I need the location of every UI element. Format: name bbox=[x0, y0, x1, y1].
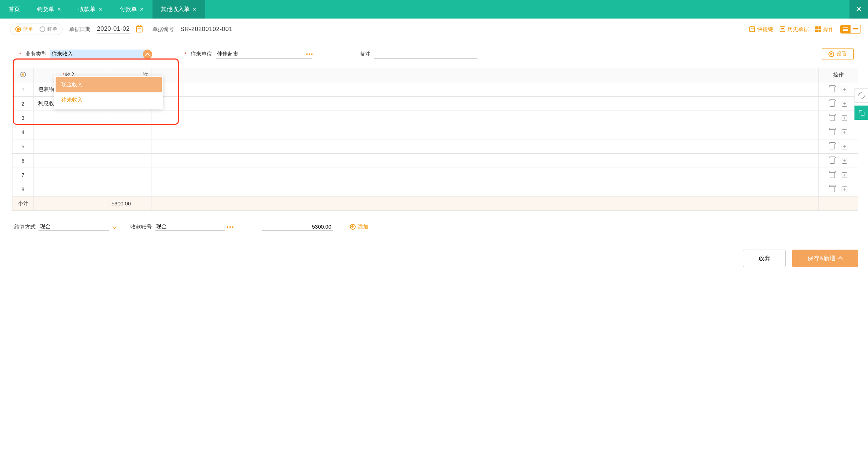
delete-row-button[interactable] bbox=[829, 100, 836, 107]
view-card-button[interactable] bbox=[851, 25, 861, 33]
row-c2[interactable] bbox=[105, 168, 151, 182]
row-c2[interactable] bbox=[105, 125, 151, 139]
table-row[interactable]: 6 bbox=[12, 154, 858, 168]
row-c1[interactable] bbox=[34, 125, 105, 139]
row-c2[interactable] bbox=[105, 111, 151, 125]
expand-button[interactable] bbox=[854, 106, 868, 120]
doc-type-radio-group: 蓝单 红单 bbox=[10, 24, 63, 35]
row-c3[interactable] bbox=[151, 82, 819, 97]
row-c2[interactable] bbox=[105, 182, 151, 196]
row-index: 2 bbox=[12, 97, 34, 111]
trash-icon bbox=[830, 158, 835, 164]
remark-field: 备注 bbox=[360, 50, 477, 59]
document-sheet: 蓝单 红单 单据日期 2020-01-02 单据编号 SR-20200102-0… bbox=[0, 19, 868, 243]
row-c3[interactable] bbox=[151, 97, 819, 111]
row-index: 3 bbox=[12, 111, 34, 125]
chevron-down-icon[interactable] bbox=[112, 224, 117, 229]
add-icon bbox=[842, 186, 847, 192]
row-c1[interactable] bbox=[34, 154, 105, 168]
delete-row-button[interactable] bbox=[829, 186, 836, 193]
chevron-up-icon bbox=[838, 256, 843, 261]
ops-link[interactable]: 操作 bbox=[815, 26, 834, 33]
trash-icon bbox=[830, 101, 835, 107]
row-index: 7 bbox=[12, 168, 34, 182]
insert-row-button[interactable] bbox=[841, 157, 848, 164]
insert-row-button[interactable] bbox=[841, 186, 848, 193]
biz-type-dropdown: 现金收入 往来收入 bbox=[54, 76, 163, 109]
delete-row-button[interactable] bbox=[829, 86, 836, 93]
chevron-up-icon[interactable] bbox=[143, 50, 152, 59]
table-settings-header[interactable] bbox=[12, 68, 34, 82]
col-ops: 操作 bbox=[819, 68, 858, 82]
insert-row-button[interactable] bbox=[841, 114, 848, 122]
row-c2[interactable] bbox=[105, 154, 151, 168]
close-panel-button[interactable]: ✕ bbox=[849, 0, 868, 19]
radio-blue[interactable]: 蓝单 bbox=[15, 26, 33, 32]
plus-icon bbox=[350, 224, 356, 230]
row-c3[interactable] bbox=[151, 154, 819, 168]
settle-input[interactable] bbox=[38, 223, 109, 231]
radio-red[interactable]: 红单 bbox=[40, 26, 57, 32]
settings-button[interactable]: 设置 bbox=[822, 48, 854, 60]
more-icon[interactable]: ••• bbox=[227, 224, 234, 230]
calendar-icon[interactable] bbox=[136, 26, 143, 32]
remark-input[interactable] bbox=[374, 50, 477, 59]
row-c3[interactable] bbox=[151, 111, 819, 125]
history-link[interactable]: 历史单据 bbox=[780, 26, 809, 33]
table-row[interactable]: 3 bbox=[12, 111, 858, 125]
table-row[interactable]: 7 bbox=[12, 168, 858, 182]
shortcut-link[interactable]: 快捷键 bbox=[749, 26, 773, 33]
delete-row-button[interactable] bbox=[829, 172, 836, 179]
insert-row-button[interactable] bbox=[841, 172, 848, 179]
row-c1[interactable] bbox=[34, 139, 105, 154]
table-row[interactable]: 8 bbox=[12, 182, 858, 196]
tab-sales[interactable]: 销货单✕ bbox=[29, 0, 70, 19]
row-c3[interactable] bbox=[151, 168, 819, 182]
row-c3[interactable] bbox=[151, 182, 819, 196]
delete-row-button[interactable] bbox=[829, 143, 836, 150]
dropdown-option-ar[interactable]: 往来收入 bbox=[56, 92, 162, 108]
close-icon[interactable]: ✕ bbox=[140, 6, 144, 12]
insert-row-button[interactable] bbox=[841, 129, 848, 136]
add-icon bbox=[842, 129, 847, 135]
insert-row-button[interactable] bbox=[841, 86, 848, 93]
docno-value: SR-20200102-001 bbox=[180, 26, 232, 33]
close-icon[interactable]: ✕ bbox=[192, 6, 197, 12]
biz-type-input[interactable] bbox=[50, 50, 150, 59]
table-row[interactable]: 4 bbox=[12, 125, 858, 139]
row-c2[interactable] bbox=[105, 139, 151, 154]
more-icon[interactable]: ••• bbox=[306, 51, 314, 57]
tab-payment[interactable]: 付款单✕ bbox=[111, 0, 153, 19]
save-and-new-button[interactable]: 保存&新增 bbox=[792, 250, 858, 267]
attachment-button[interactable] bbox=[854, 88, 868, 103]
row-c1[interactable] bbox=[34, 182, 105, 196]
delete-row-button[interactable] bbox=[829, 114, 836, 122]
row-index: 4 bbox=[12, 125, 34, 139]
tab-receipt[interactable]: 收款单✕ bbox=[70, 0, 111, 19]
row-index: 8 bbox=[12, 182, 34, 196]
insert-row-button[interactable] bbox=[841, 100, 848, 107]
amount-input[interactable] bbox=[262, 223, 333, 231]
biz-type-field: * 业务类型 bbox=[19, 50, 152, 59]
row-c3[interactable] bbox=[151, 125, 819, 139]
close-icon[interactable]: ✕ bbox=[57, 6, 61, 12]
add-payment-link[interactable]: 添加 bbox=[350, 224, 368, 230]
row-c1[interactable] bbox=[34, 168, 105, 182]
discard-button[interactable]: 放弃 bbox=[743, 250, 786, 267]
party-input[interactable] bbox=[216, 50, 312, 59]
view-list-button[interactable] bbox=[841, 25, 851, 33]
close-icon[interactable]: ✕ bbox=[98, 6, 103, 12]
date-value[interactable]: 2020-01-02 bbox=[97, 25, 130, 34]
delete-row-button[interactable] bbox=[829, 157, 836, 164]
row-c3[interactable] bbox=[151, 139, 819, 154]
right-rail bbox=[854, 88, 868, 120]
delete-row-button[interactable] bbox=[829, 129, 836, 136]
insert-row-button[interactable] bbox=[841, 143, 848, 150]
tab-other-income[interactable]: 其他收入单✕ bbox=[153, 0, 205, 19]
trash-icon bbox=[830, 115, 835, 121]
account-input[interactable] bbox=[155, 223, 225, 231]
row-c1[interactable] bbox=[34, 111, 105, 125]
dropdown-option-cash[interactable]: 现金收入 bbox=[56, 77, 162, 92]
tab-home[interactable]: 首页 bbox=[0, 0, 29, 19]
table-row[interactable]: 5 bbox=[12, 139, 858, 154]
